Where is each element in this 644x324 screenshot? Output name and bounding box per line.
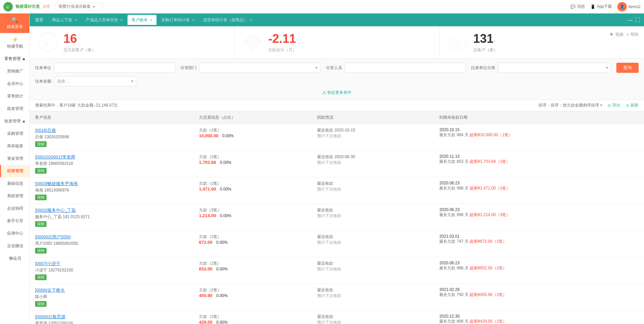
customer-phone: 用户2050 18665062050 bbox=[35, 241, 188, 246]
cell-debt-1: 欠款（1笔） 1,703.68 0.00% bbox=[194, 151, 312, 177]
refresh-btn[interactable]: ⊙ 刷新 bbox=[626, 102, 639, 108]
sidebar-item-zero-mall[interactable]: 营销推广 bbox=[0, 65, 29, 78]
video-icon[interactable]: ▶ 视频 bbox=[610, 32, 623, 37]
overdue-link[interactable]: 超期¥1,703.68（1笔） bbox=[470, 159, 510, 164]
store-selector[interactable]: 母婴行业演示账套 ▾ bbox=[55, 3, 103, 10]
tab-customer-account[interactable]: 客户账本 ✕ bbox=[128, 15, 157, 25]
customer-phone: 李老师 18600391516 bbox=[35, 161, 188, 167]
sidebar-item-zero-stats[interactable]: 批发管理 bbox=[0, 102, 29, 115]
cell-debt-3: 欠款（3笔） 1,214.00 0.00% bbox=[194, 204, 312, 231]
svg-rect-13 bbox=[464, 43, 466, 45]
debt-percent: 0.00% bbox=[220, 187, 231, 192]
sidebar-item-enterprise[interactable]: 新手引导 bbox=[0, 215, 29, 227]
svg-marker-5 bbox=[244, 34, 261, 51]
overdue-link[interactable]: 超期¥1,471.00（1笔） bbox=[470, 186, 510, 190]
unit-category-select[interactable]: ▾ bbox=[498, 63, 611, 73]
customer-phone: 陈小希 bbox=[35, 294, 188, 300]
sidebar-item-zero-sales-mgmt[interactable]: 零售管理 ▲ bbox=[0, 53, 29, 65]
cell-due-3: 2020.06.23 最长欠款 998 天 超期¥1,214.00（3笔） bbox=[434, 204, 644, 231]
sidebar-item-marketing[interactable]: 会员中心 bbox=[0, 78, 29, 90]
svg-rect-8 bbox=[451, 40, 453, 42]
sidebar-search[interactable]: 🔍 搜索菜单 bbox=[0, 13, 29, 33]
batch-mgmt-label: 批发管理 ▲ bbox=[4, 119, 26, 123]
tab-production-history[interactable]: 产成品入库单历史 ✕ bbox=[82, 15, 127, 25]
cell-due-2: 2020.06.23 最长欠款 998 天 超期¥1,471.00（1笔） bbox=[434, 177, 644, 204]
sidebar-item-enterprise-wechat[interactable]: 畅会员 bbox=[0, 252, 29, 265]
minimize-icon[interactable]: — bbox=[628, 17, 633, 23]
balance-select[interactable]: 选择... ▾ bbox=[54, 76, 136, 86]
overdue-link[interactable]: 超期¥10,000.00（1笔） bbox=[470, 132, 512, 137]
dept-select[interactable]: ▾ bbox=[199, 63, 320, 73]
export-btn[interactable]: ⊙ 导出 bbox=[608, 102, 620, 108]
maximize-icon[interactable]: ⛶ bbox=[635, 17, 640, 23]
tab-incoming-label: 进货单统计表（按商品） bbox=[203, 17, 248, 23]
overdue-link[interactable]: 超期¥455.90（1笔） bbox=[470, 292, 507, 297]
sidebar-item-system[interactable]: 企业协同 bbox=[0, 202, 29, 215]
message-label: 消息 bbox=[577, 4, 585, 9]
app-download-btn[interactable]: 📱 App下载 bbox=[590, 4, 612, 9]
debt-percent: 0.00% bbox=[216, 267, 228, 271]
customer-tag: 现销 bbox=[35, 274, 47, 280]
customer-name-link[interactable]: [0003]畅捷服务尹海燕 bbox=[35, 181, 78, 186]
manager-dots-icon: ··· bbox=[459, 65, 463, 70]
tab-purchase-order[interactable]: 采购订单统计表 ✕ bbox=[157, 15, 198, 25]
tab-home[interactable]: 首页 bbox=[31, 15, 47, 25]
sidebar-item-smooth-member[interactable] bbox=[0, 265, 29, 271]
overdue-days-text: 最长欠款 853 天 bbox=[439, 159, 470, 164]
tab-production-close[interactable]: ✕ bbox=[120, 18, 123, 22]
tab-purchase-close[interactable]: ✕ bbox=[192, 18, 194, 22]
sidebar-item-newbie[interactable]: 应用中心 bbox=[0, 227, 29, 240]
overdue-link[interactable]: 超期¥429.00（1笔） bbox=[470, 319, 507, 324]
customer-phone: 海燕 18513066976 bbox=[35, 187, 188, 193]
overdue-link[interactable]: 超期¥652.00（1笔） bbox=[470, 266, 507, 270]
username: demo2 bbox=[628, 4, 641, 9]
sidebar-item-finance[interactable]: 经营管理 bbox=[0, 165, 29, 177]
overdue-link[interactable]: 超期¥1,214.00（3笔） bbox=[470, 212, 510, 217]
user-avatar-area[interactable]: 👤 demo2 bbox=[617, 2, 641, 11]
sidebar-item-app-center[interactable]: 企业微信 bbox=[0, 240, 29, 252]
last-receipt-label: 最近收款 bbox=[317, 181, 333, 186]
main-layout: 🔍 搜索菜单 ⚡ 快捷导航 零售管理 ▲ 营销推广 会员中心 零售统计 批发管理… bbox=[0, 13, 644, 324]
overdue-link[interactable]: 超期¥672.00（1笔） bbox=[470, 239, 507, 244]
table-row: [000002]用户2050 用户2050 18665062050 现销 欠款（… bbox=[30, 231, 644, 257]
sidebar-item-stock[interactable]: 资金管理 bbox=[0, 152, 29, 165]
customer-name-link[interactable]: [0016]吕俊 bbox=[35, 128, 56, 133]
tab-incoming-close[interactable]: ✕ bbox=[250, 18, 252, 22]
collapse-btn[interactable]: ⋀ 收起更多条件 bbox=[35, 90, 639, 95]
filter-balance: 往来余额 选择... ▾ bbox=[35, 76, 136, 86]
sidebar-item-ecommerce[interactable]: 采购管理 bbox=[0, 127, 29, 140]
stat-amount-info: -2.11 欠款合计（万） bbox=[268, 32, 297, 53]
tab-customer-label: 客户账本 bbox=[132, 17, 148, 23]
sidebar-item-member[interactable]: 零售统计 bbox=[0, 90, 29, 102]
customer-name-link[interactable]: [000001]黄思源 bbox=[35, 314, 65, 319]
filter-row-2: 往来余额 选择... ▾ bbox=[35, 76, 136, 86]
customer-name-link[interactable]: [000002]用户2050 bbox=[35, 234, 71, 239]
sidebar-item-quicknav[interactable]: ⚡ 快捷导航 bbox=[0, 33, 29, 53]
customer-name-link[interactable]: [0007]小进干 bbox=[35, 261, 60, 266]
sidebar-item-ops[interactable]: 基础信息 bbox=[0, 177, 29, 190]
customer-name-link[interactable]: [0002]服务中心_丁磊 bbox=[35, 208, 76, 213]
tab-product-on-off[interactable]: 商品上下架 ✕ bbox=[48, 15, 81, 25]
sidebar-item-purchase[interactable]: 库存核算 bbox=[0, 140, 29, 152]
customer-name-link[interactable]: [0001020001]李老师 bbox=[35, 154, 75, 159]
manager-input[interactable]: ··· bbox=[345, 63, 466, 73]
debt-label: 欠款（1笔） bbox=[199, 234, 306, 240]
overdue-days-text: 最长欠款 750 天 bbox=[439, 292, 470, 297]
help-icon[interactable]: ⊙ 帮助 bbox=[626, 32, 639, 37]
customer-phone: 服务中心_丁磊 181 0125 8371 bbox=[35, 214, 188, 220]
tab-product-close[interactable]: ✕ bbox=[74, 18, 77, 22]
newbie-label: 应用中心 bbox=[7, 231, 23, 236]
sidebar-item-batch-mgmt[interactable]: 批发管理 ▲ bbox=[0, 115, 29, 127]
from-unit-input[interactable]: ··· bbox=[54, 63, 175, 73]
app-center-label: 企业微信 bbox=[7, 243, 23, 248]
message-btn[interactable]: 💬 消息 bbox=[570, 4, 585, 9]
filter-unit-category: 往来单位分类 ▾ bbox=[471, 63, 611, 73]
svg-rect-12 bbox=[460, 43, 462, 45]
tab-incoming-stats[interactable]: 进货单统计表（按商品） ✕ bbox=[199, 15, 256, 25]
tab-customer-close[interactable]: ✕ bbox=[150, 18, 152, 22]
stat-total-customers: 131 总客户（家） ▶ 视频 ⊙ 帮助 bbox=[440, 26, 644, 58]
customer-name-link[interactable]: [0006]去下粮仓 bbox=[35, 288, 65, 293]
query-button[interactable]: 查询 bbox=[616, 63, 639, 73]
yuan-icon: ¥ bbox=[38, 32, 58, 53]
sidebar-item-basic[interactable]: 系统管理 bbox=[0, 190, 29, 202]
